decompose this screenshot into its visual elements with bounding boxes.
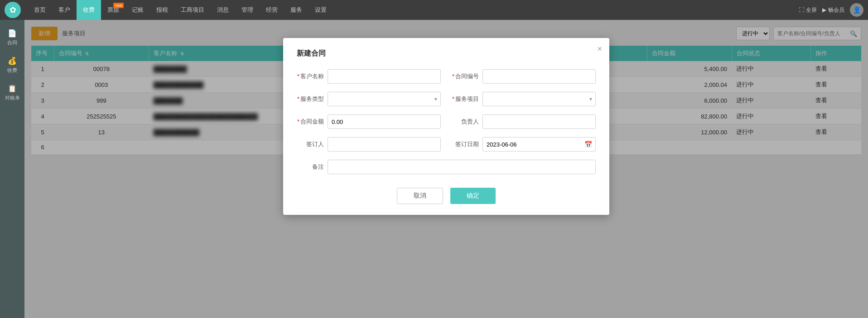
main-layout: 📄 合同 💰 收费 📋 对账单 新增 服务项目 进行中 已完成 已终止 (0, 20, 868, 318)
sign-date-label: 签订日期 (452, 140, 479, 148)
required-star4: * (452, 95, 454, 102)
reconcile-icon: 📋 (7, 83, 17, 93)
modal-overlay: 新建合同 × *客户名称 *合同编号 (24, 20, 868, 318)
modal-title: 新建合同 (297, 49, 596, 58)
form-grid: *客户名称 *合同编号 *服务类型 (297, 69, 596, 174)
form-field-contract-no: *合同编号 (452, 69, 596, 84)
customer-name-label: *客户名称 (297, 72, 324, 81)
service-type-select-wrap: ▾ (328, 92, 441, 106)
sidebar: 📄 合同 💰 收费 📋 对账单 (0, 20, 24, 318)
amount-label: *合同金额 (297, 118, 324, 126)
service-type-select[interactable] (328, 92, 441, 106)
nav-item-manage[interactable]: 管理 (235, 0, 260, 20)
service-item-label: *服务项目 (452, 95, 479, 103)
nav-item-service[interactable]: 服务 (284, 0, 309, 20)
top-nav-right: ⛶ 全屏 ▶ 畅会员 👤 (799, 3, 863, 17)
form-field-note: 备注 (297, 160, 596, 174)
fullscreen-label: 全屏 (806, 6, 817, 14)
amount-input[interactable] (328, 114, 441, 129)
app-logo: ✿ (5, 2, 21, 18)
nav-item-invoice[interactable]: 收费 (77, 0, 101, 20)
fullscreen-button[interactable]: ⛶ 全屏 (799, 6, 817, 14)
nav-item-records[interactable]: 记账 (125, 0, 150, 20)
contract-no-label: *合同编号 (452, 72, 479, 81)
required-star3: * (297, 95, 299, 102)
service-item-select[interactable] (482, 92, 596, 106)
form-field-signer: 签订人 (297, 137, 441, 152)
contract-icon: 📄 (7, 28, 17, 38)
cancel-button[interactable]: 取消 (397, 188, 443, 204)
new-badge: new (113, 3, 124, 8)
play-icon: ▶ (822, 7, 826, 13)
form-field-customer-name: *客户名称 (297, 69, 441, 84)
required-star: * (297, 73, 299, 80)
responsible-label: 负责人 (452, 118, 479, 126)
nav-item-message[interactable]: 消息 (211, 0, 235, 20)
required-star5: * (297, 118, 299, 125)
sign-date-input[interactable] (482, 137, 596, 152)
sidebar-item-billing-label: 收费 (7, 67, 17, 74)
top-navigation: ✿ 首页 客户 收费 票据 new 记账 报税 工商项目 消息 管理 经营 服务… (0, 0, 868, 20)
note-label: 备注 (297, 163, 324, 171)
billing-icon: 💰 (7, 56, 17, 66)
nav-item-ticket[interactable]: 票据 new (101, 0, 125, 20)
sidebar-item-billing[interactable]: 💰 收费 (0, 52, 24, 77)
service-type-label: *服务类型 (297, 95, 324, 103)
contract-no-input[interactable] (482, 69, 596, 84)
nav-item-tax[interactable]: 报税 (150, 0, 174, 20)
signer-input[interactable] (328, 137, 441, 152)
sidebar-item-reconcile-label: 对账单 (5, 95, 20, 101)
form-field-service-type: *服务类型 ▾ (297, 92, 441, 106)
date-input-wrap: 📅 (482, 137, 596, 152)
vip-button[interactable]: ▶ 畅会员 (822, 6, 844, 14)
sidebar-item-contract[interactable]: 📄 合同 (0, 24, 24, 50)
form-field-sign-date: 签订日期 📅 (452, 137, 596, 152)
service-item-select-wrap: ▾ (482, 92, 596, 106)
nav-item-home[interactable]: 首页 (28, 0, 52, 20)
fullscreen-icon: ⛶ (799, 7, 804, 13)
form-field-amount: *合同金额 (297, 114, 441, 129)
sidebar-item-contract-label: 合同 (7, 39, 17, 46)
nav-menu: 首页 客户 收费 票据 new 记账 报税 工商项目 消息 管理 经营 服务 设… (28, 0, 799, 20)
new-contract-modal: 新建合同 × *客户名称 *合同编号 (283, 38, 609, 215)
vip-label: 畅会员 (828, 6, 844, 14)
content-area: 新增 服务项目 进行中 已完成 已终止 🔍 序号 合同 (24, 20, 868, 318)
modal-actions: 取消 确定 (297, 188, 596, 204)
avatar[interactable]: 👤 (850, 3, 863, 17)
form-field-responsible: 负责人 (452, 114, 596, 129)
customer-name-input[interactable] (328, 69, 441, 84)
modal-close-button[interactable]: × (597, 44, 602, 54)
nav-item-settings[interactable]: 设置 (309, 0, 333, 20)
note-input[interactable] (328, 160, 596, 174)
form-field-service-item: *服务项目 ▾ (452, 92, 596, 106)
required-star2: * (452, 73, 454, 80)
sidebar-item-reconcile[interactable]: 📋 对账单 (0, 80, 24, 105)
nav-item-operation[interactable]: 经营 (260, 0, 284, 20)
nav-item-customer[interactable]: 客户 (52, 0, 77, 20)
responsible-input[interactable] (482, 114, 596, 129)
nav-item-business[interactable]: 工商项目 (174, 0, 211, 20)
confirm-button[interactable]: 确定 (450, 188, 496, 204)
signer-label: 签订人 (297, 140, 324, 148)
